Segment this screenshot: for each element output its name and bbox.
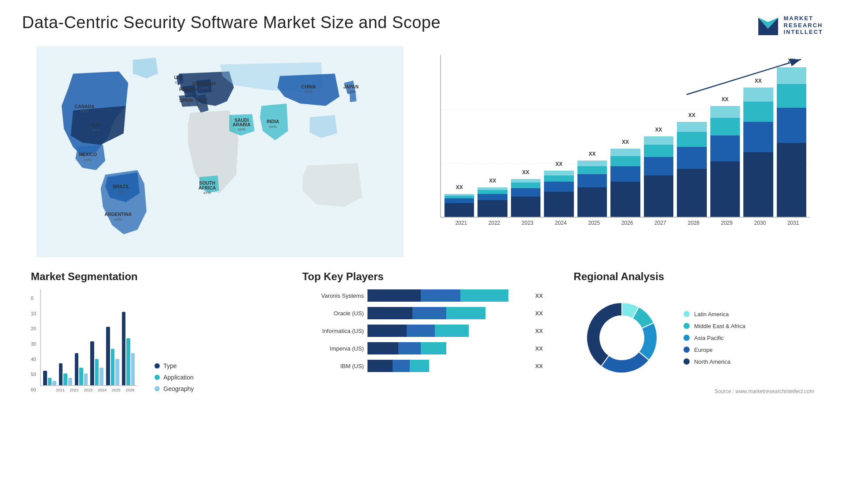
player-row: Informatica (US)XX (302, 325, 543, 337)
reg-legend-item: Europe (683, 347, 745, 353)
player-bar-segment (412, 307, 446, 319)
reg-legend-item: Asia Pacific (683, 335, 745, 341)
seg-group-2023 (75, 353, 88, 385)
player-bar-segment (421, 289, 460, 302)
x-label-2030: 2030 (743, 220, 776, 226)
map-section: CANADA xx% U.S. xx% MEXICO xx% BRAZIL xx… (22, 46, 418, 257)
reg-dot (683, 358, 690, 365)
player-value: XX (535, 328, 543, 334)
trend-arrow (678, 55, 810, 99)
reg-legend-label: Europe (694, 347, 713, 353)
player-value: XX (535, 345, 543, 352)
player-bar-segment (367, 360, 393, 372)
player-bar-container (367, 307, 528, 319)
seg-group-2022 (59, 363, 72, 385)
svg-text:xx%: xx% (182, 102, 190, 107)
x-label-2027: 2027 (644, 220, 677, 226)
svg-text:INDIA: INDIA (267, 119, 279, 124)
svg-text:xx%: xx% (305, 89, 313, 94)
seg-group-2021 (43, 371, 56, 385)
player-name: IBM (US) (302, 363, 364, 369)
svg-text:ARGENTINA: ARGENTINA (104, 212, 132, 217)
seg-y-axis: 60 50 40 30 20 10 0 (31, 296, 36, 392)
bar-group-2028: XX (677, 122, 706, 217)
player-bar-segment (367, 325, 407, 337)
player-bar-segment (398, 342, 421, 354)
players-title: Top Key Players (302, 270, 543, 283)
svg-line-36 (687, 59, 801, 95)
bar-xx-label: XX (522, 169, 529, 175)
seg-bar (99, 368, 103, 385)
svg-text:xx%: xx% (238, 127, 246, 131)
reg-dot (683, 323, 690, 329)
seg-bar (122, 312, 126, 385)
bar-group-2026: XX (610, 149, 640, 217)
player-bar-segment (460, 289, 508, 302)
regional-title: Regional Analysis (573, 270, 814, 283)
bar-xx-label: XX (555, 161, 562, 167)
reg-legend-item: North America (683, 358, 745, 365)
bar-group-2021: XX (445, 194, 474, 217)
seg-bar (84, 373, 88, 385)
player-bar-segment (407, 325, 435, 337)
legend-dot-app (154, 375, 160, 380)
source-text: Source : www.marketresearchintellect.com (573, 388, 814, 394)
bar-group-2022: XX (478, 187, 507, 217)
legend-type: Type (154, 362, 194, 369)
player-bar-segment (435, 325, 469, 337)
x-label-2022: 2022 (478, 220, 511, 226)
regional-section: Regional Analysis Latin AmericaMiddle Ea… (565, 266, 823, 399)
seg-x-label: 2022 (67, 388, 81, 392)
bar-xx-label: XX (489, 178, 496, 184)
donut-segment (587, 303, 622, 366)
player-bar-segment (410, 360, 430, 372)
seg-bar (43, 371, 47, 385)
player-bar-segment (367, 307, 412, 319)
header: Data-Centric Security Software Market Si… (22, 13, 823, 37)
x-label-2025: 2025 (577, 220, 610, 226)
svg-text:JAPAN: JAPAN (343, 84, 359, 89)
player-row: Oracle (US)XX (302, 307, 543, 319)
svg-text:xx%: xx% (203, 190, 211, 195)
seg-bar (52, 381, 56, 385)
bottom-section: Market Segmentation 60 50 40 30 20 10 0 (22, 266, 823, 399)
seg-bar (79, 368, 83, 385)
player-bar-segment (393, 360, 409, 372)
seg-bar (106, 327, 110, 385)
seg-x-label: 2021 (53, 388, 67, 392)
player-row: Varonis SystemsXX (302, 289, 543, 302)
player-value: XX (535, 310, 543, 317)
bar-group-2030: XX (743, 88, 773, 217)
seg-bar (95, 359, 99, 385)
seg-bar (131, 353, 135, 385)
seg-bar (111, 349, 115, 385)
legend-geo-label: Geography (163, 385, 194, 392)
svg-text:xx%: xx% (269, 124, 277, 129)
seg-group-2026 (122, 312, 135, 385)
x-label-2021: 2021 (445, 220, 478, 226)
reg-dot (683, 335, 690, 341)
bar-xx-label: XX (655, 127, 662, 133)
seg-x-label: 2024 (95, 388, 109, 392)
regional-legend: Latin AmericaMiddle East & AfricaAsia Pa… (683, 311, 745, 365)
legend-dot-type (154, 363, 160, 369)
player-value: XX (535, 363, 543, 369)
player-bar-segment (446, 307, 486, 319)
seg-bar (115, 359, 119, 385)
bar-xx-label: XX (622, 139, 629, 145)
seg-bar (90, 341, 94, 385)
reg-legend-label: Latin America (694, 311, 729, 318)
logo-area: MARKET RESEARCH INTELLECT (756, 13, 823, 37)
donut-wrapper: Latin AmericaMiddle East & AfricaAsia Pa… (573, 289, 814, 386)
players-section: Top Key Players Varonis SystemsXXOracle … (294, 266, 552, 399)
svg-text:AFRICA: AFRICA (198, 186, 216, 190)
x-label-2023: 2023 (511, 220, 544, 226)
reg-legend-label: Asia Pacific (694, 335, 724, 341)
svg-text:xx%: xx% (185, 91, 193, 96)
bar-xx-label: XX (589, 151, 596, 157)
svg-text:xx%: xx% (201, 85, 209, 90)
seg-legend: Type Application Geography (146, 362, 194, 392)
donut-chart (573, 289, 670, 386)
seg-x-label: 2023 (81, 388, 96, 392)
svg-text:ARABIA: ARABIA (233, 122, 251, 127)
